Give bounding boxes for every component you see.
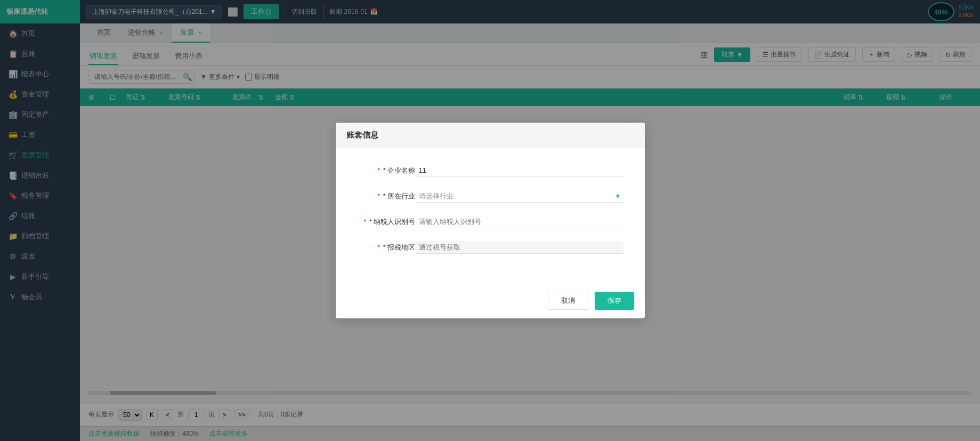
form-row-company: * * 企业名称 bbox=[357, 164, 623, 177]
required-marker: * bbox=[377, 243, 380, 251]
tax-id-input[interactable] bbox=[416, 215, 623, 228]
required-marker: * bbox=[377, 166, 380, 174]
dialog-body: * * 企业名称 * * 所在行业 请选择行业 ▼ bbox=[336, 148, 645, 283]
company-name-input[interactable] bbox=[416, 164, 623, 177]
tax-region-input bbox=[416, 241, 623, 254]
tax-region-label-text: * 报税地区 bbox=[383, 243, 416, 251]
dialog-title: 账套信息 bbox=[336, 123, 645, 148]
save-button[interactable]: 保存 bbox=[595, 292, 634, 310]
required-marker: * bbox=[363, 218, 366, 226]
required-marker: * bbox=[377, 192, 380, 200]
form-row-tax-region: * * 报税地区 bbox=[357, 241, 623, 254]
tax-region-label: * * 报税地区 bbox=[357, 243, 416, 252]
company-name-label-text: * 企业名称 bbox=[383, 166, 416, 174]
dialog-title-text: 账套信息 bbox=[346, 130, 378, 139]
form-row-industry: * * 所在行业 请选择行业 ▼ bbox=[357, 190, 623, 203]
tax-id-label-text: * 纳税人识别号 bbox=[369, 218, 416, 226]
industry-chevron-icon: ▼ bbox=[613, 190, 623, 202]
modal-overlay[interactable]: 账套信息 * * 企业名称 * * 所在行业 请选择行业 bbox=[0, 0, 980, 441]
industry-select[interactable]: 请选择行业 bbox=[416, 190, 613, 202]
dialog-footer: 取消 保存 bbox=[336, 283, 645, 318]
account-info-dialog: 账套信息 * * 企业名称 * * 所在行业 请选择行业 bbox=[336, 123, 645, 318]
industry-label-text: * 所在行业 bbox=[383, 192, 416, 200]
form-row-tax-id: * * 纳税人识别号 bbox=[357, 215, 623, 228]
tax-id-label: * * 纳税人识别号 bbox=[357, 217, 416, 227]
company-name-label: * * 企业名称 bbox=[357, 166, 416, 175]
industry-label: * * 所在行业 bbox=[357, 191, 416, 201]
industry-select-wrap: 请选择行业 ▼ bbox=[416, 190, 623, 203]
cancel-button[interactable]: 取消 bbox=[548, 292, 588, 310]
